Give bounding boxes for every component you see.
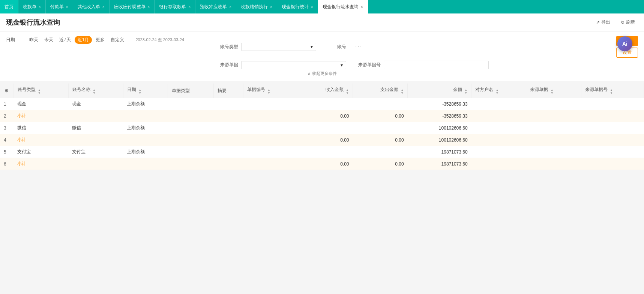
close-icon[interactable]: × [66, 5, 68, 9]
nav-home[interactable]: 首页 [0, 0, 18, 13]
table-row: 2小计0.000.00-3528659.33 [0, 110, 644, 122]
close-icon[interactable]: × [148, 5, 150, 9]
header-actions: ↗ 导出 ↻ 刷新 [593, 18, 638, 27]
table-row: 4小计0.000.00100102606.60 [0, 134, 644, 146]
nav-tab-4[interactable]: 应收应付调整单 × [110, 0, 155, 13]
th-date[interactable]: 日期 ▲▼ [123, 84, 168, 98]
account-label: 账号 [337, 44, 352, 50]
nav-tab-8[interactable]: 现金银行统计 × [277, 0, 318, 13]
table-row: 3微信微信上期余额100102606.60 [0, 122, 644, 134]
date-opt-7days[interactable]: 近7天 [57, 36, 73, 44]
date-options: 昨天 今天 近7天 近1月 更多 自定义 [27, 36, 126, 44]
source-doc-no-label: 来源单据号 [358, 62, 381, 68]
chevron-down-icon-2: ▾ [341, 63, 343, 68]
page-title: 现金银行流水查询 [6, 18, 60, 27]
data-table: ⚙ 账号类型 ▲▼ 账号名称 ▲▼ 日期 ▲▼ 单据类型 摘要 [0, 84, 644, 170]
account-dots[interactable]: ··· [355, 43, 362, 50]
nav-tab-2[interactable]: 付款单 × [46, 0, 73, 13]
close-icon[interactable]: × [102, 5, 105, 9]
source-doc-select[interactable]: ▾ [241, 61, 346, 69]
date-label: 日期 [6, 37, 21, 43]
th-gear[interactable]: ⚙ [0, 84, 14, 98]
close-icon[interactable]: × [188, 5, 191, 9]
date-opt-custom[interactable]: 自定义 [108, 36, 126, 44]
th-expense[interactable]: 支出金额 ▲▼ [353, 84, 407, 98]
nav-tab-3[interactable]: 其他收入单 × [73, 0, 110, 13]
th-balance[interactable]: 余额 ▲▼ [408, 84, 471, 98]
table-header-row: ⚙ 账号类型 ▲▼ 账号名称 ▲▼ 日期 ▲▼ 单据类型 摘要 [0, 84, 644, 98]
nav-tab-5[interactable]: 银行存取款单 × [155, 0, 195, 13]
table-row: 1现金现金上期余额-3528659.33 [0, 98, 644, 110]
th-income[interactable]: 收入金额 ▲▼ [298, 84, 353, 98]
date-range-display: 2023-02-24 至 2023-03-24 [135, 37, 184, 43]
th-source-doc-no[interactable]: 来源单据号 ▲▼ [581, 84, 644, 98]
table-row: 6小计0.000.0019871073.60 [0, 158, 644, 170]
source-doc-label: 来源单据 [220, 62, 238, 68]
close-icon[interactable]: × [270, 5, 272, 9]
date-opt-1month[interactable]: 近1月 [75, 36, 92, 44]
refresh-icon: ↻ [621, 20, 624, 25]
th-doc-no[interactable]: 单据编号 ▲▼ [243, 84, 298, 98]
refresh-button[interactable]: ↻ 刷新 [618, 18, 638, 27]
table-area: ⚙ 账号类型 ▲▼ 账号名称 ▲▼ 日期 ▲▼ 单据类型 摘要 [0, 84, 644, 170]
nav-tab-9[interactable]: 现金银行流水查询 × [318, 0, 368, 13]
th-summary: 摘要 [213, 84, 243, 98]
collapse-icon: ∧ [308, 71, 311, 76]
account-type-label: 账号类型 [220, 44, 238, 50]
close-icon[interactable]: × [39, 5, 41, 9]
table-row: 5支付宝支付宝上期余额19871073.60 [0, 146, 644, 158]
export-icon: ↗ [596, 20, 600, 25]
th-doc-type: 单据类型 [168, 84, 213, 98]
th-account-type[interactable]: 账号类型 ▲▼ [14, 84, 68, 98]
date-filter-row: 日期 昨天 今天 近7天 近1月 更多 自定义 2023-02-24 至 202… [6, 36, 184, 44]
filter-area: 日期 昨天 今天 近7天 近1月 更多 自定义 2023-02-24 至 202… [0, 31, 644, 81]
close-icon[interactable]: × [361, 5, 363, 9]
nav-tab-7[interactable]: 收款核销执行 × [236, 0, 277, 13]
home-label: 首页 [5, 4, 14, 10]
nav-tab-1[interactable]: 收款单 × [18, 0, 46, 13]
account-type-select[interactable]: ▾ [241, 43, 316, 51]
page-header: 现金银行流水查询 ↗ 导出 ↻ 刷新 [0, 13, 644, 31]
date-opt-more[interactable]: 更多 [93, 36, 107, 44]
chevron-down-icon: ▾ [311, 44, 313, 49]
nav-tab-6[interactable]: 预收冲应收单 × [195, 0, 236, 13]
th-source-doc[interactable]: 来源单据 ▲▼ [526, 84, 581, 98]
date-opt-yesterday[interactable]: 昨天 [27, 36, 41, 44]
top-nav: 首页 收款单 × 付款单 × 其他收入单 × 应收应付调整单 × 银行存取款单 … [0, 0, 644, 13]
close-icon[interactable]: × [229, 5, 231, 9]
collapse-bar[interactable]: ∧ 收起更多条件 [6, 71, 638, 76]
export-button[interactable]: ↗ 导出 [593, 18, 613, 27]
close-icon[interactable]: × [311, 5, 313, 9]
th-counterpart[interactable]: 对方户名 ▲▼ [471, 84, 526, 98]
date-opt-today[interactable]: 今天 [42, 36, 56, 44]
ai-badge[interactable]: Ai [617, 36, 632, 51]
source-doc-no-input[interactable] [384, 61, 489, 69]
th-account-name[interactable]: 账号名称 ▲▼ [68, 84, 123, 98]
